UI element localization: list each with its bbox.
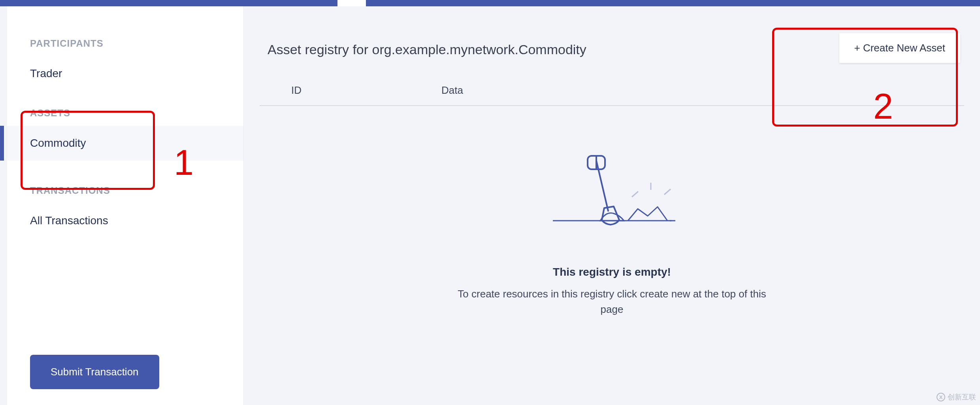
sidebar-left-gutter	[0, 6, 7, 405]
table-header: ID Data	[260, 76, 964, 106]
watermark-text: 创新互联	[948, 392, 976, 402]
sidebar-item-commodity[interactable]: Commodity	[7, 126, 243, 161]
watermark: X 创新互联	[937, 392, 976, 402]
empty-state: This registry is empty! To create resour…	[244, 106, 980, 317]
submit-wrap: Submit Transaction	[7, 339, 243, 405]
sidebar: PARTICIPANTS Trader ASSETS Commodity TRA…	[7, 6, 243, 405]
svg-line-6	[664, 189, 671, 195]
section-header-transactions: TRANSACTIONS	[7, 178, 243, 203]
main-content: Asset registry for org.example.mynetwork…	[243, 6, 980, 405]
section-header-assets: ASSETS	[7, 100, 243, 126]
submit-transaction-button[interactable]: Submit Transaction	[30, 355, 159, 389]
svg-line-2	[596, 161, 608, 211]
empty-state-subtitle: To create resources in this registry cli…	[450, 286, 774, 317]
watermark-icon: X	[937, 393, 945, 401]
column-header-id: ID	[291, 84, 441, 97]
sidebar-item-trader[interactable]: Trader	[7, 56, 243, 91]
create-new-asset-button[interactable]: + Create New Asset	[839, 33, 961, 63]
active-tab-notch	[337, 0, 366, 6]
layout: PARTICIPANTS Trader ASSETS Commodity TRA…	[0, 6, 980, 405]
svg-line-4	[632, 191, 638, 197]
sidebar-item-all-transactions[interactable]: All Transactions	[7, 203, 243, 238]
column-header-data: Data	[441, 84, 964, 97]
empty-state-icon	[545, 153, 679, 234]
section-header-participants: PARTICIPANTS	[7, 31, 243, 56]
empty-state-title: This registry is empty!	[553, 266, 671, 278]
top-bar	[0, 0, 980, 6]
